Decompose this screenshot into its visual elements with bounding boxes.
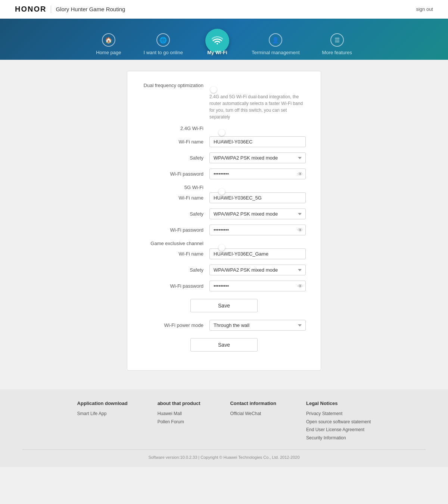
- wifi-24g-row: 2.4G Wi-Fi: [142, 126, 306, 131]
- wifi-24g-name-input[interactable]: [209, 136, 306, 147]
- footer-link-opensource[interactable]: Open source software statement: [306, 418, 371, 426]
- wifi-24g-eye-icon[interactable]: 👁: [298, 171, 303, 177]
- wifi-24g-password-wrapper: 👁: [209, 168, 306, 179]
- footer-col-product-heading: about that product: [158, 401, 200, 406]
- wifi-5g-password-control: 👁: [209, 225, 306, 235]
- nav-item-wifi[interactable]: My Wi-Fi: [194, 24, 240, 60]
- game-password-wrapper: 👁: [209, 281, 306, 291]
- wifi-5g-name-label: Wi-Fi name: [142, 195, 209, 201]
- game-password-control: 👁: [209, 281, 306, 291]
- footer-link-smart-life[interactable]: Smart Life App: [77, 410, 128, 418]
- footer-links: Application download Smart Life App abou…: [22, 401, 426, 442]
- footer-link-security[interactable]: Security Information: [306, 434, 371, 442]
- game-password-input[interactable]: [209, 281, 306, 291]
- online-icon: 🌐: [156, 33, 170, 47]
- wifi-5g-safety-row: Safety WPA/WPA2 PSK mixed mode WPA2 PSK …: [142, 208, 306, 219]
- nav-items-container: 🏠 Home page 🌐 I want to go online My Wi-…: [85, 24, 363, 60]
- footer-link-pollen-forum[interactable]: Pollen Forum: [158, 418, 200, 426]
- game-password-label: Wi-Fi password: [142, 283, 209, 289]
- save-button-2[interactable]: Save: [190, 338, 258, 352]
- wifi-5g-row: 5G Wi-Fi: [142, 185, 306, 190]
- page-footer: Application download Smart Life App abou…: [0, 389, 448, 467]
- dual-freq-label: Dual frequency optimization: [142, 83, 209, 88]
- power-mode-row: Wi-Fi power mode Through the wall Standa…: [142, 320, 306, 331]
- wifi-5g-eye-icon[interactable]: 👁: [298, 227, 303, 233]
- wifi-24g-password-input[interactable]: [209, 168, 306, 179]
- footer-col-download-heading: Application download: [77, 401, 128, 406]
- power-mode-label: Wi-Fi power mode: [142, 322, 209, 328]
- product-name: Glory Hunter Game Routing: [56, 6, 125, 12]
- wifi-24g-password-row: Wi-Fi password 👁: [142, 168, 306, 179]
- main-content: Dual frequency optimization 2.4G and 5G …: [0, 60, 448, 382]
- header-divider: [51, 6, 51, 13]
- wifi-24g-name-control: [209, 136, 306, 147]
- nav-item-home[interactable]: 🏠 Home page: [85, 29, 132, 60]
- game-safety-label: Safety: [142, 267, 209, 273]
- wifi-24g-safety-select[interactable]: WPA/WPA2 PSK mixed mode WPA2 PSK None: [209, 152, 306, 163]
- wifi-5g-password-label: Wi-Fi password: [142, 227, 209, 233]
- copyright-text: Software version:10.0.2.33 | Copyright ©…: [148, 455, 299, 460]
- sign-out-link[interactable]: sign out: [416, 6, 433, 12]
- footer-col-contact-heading: Contact information: [230, 401, 276, 406]
- wifi-24g-thumb: [218, 129, 225, 136]
- nav-label-terminal: Terminal management: [252, 50, 300, 55]
- power-mode-control: Through the wall Standard Energy saving: [209, 320, 306, 331]
- footer-link-wechat[interactable]: Official WeChat: [230, 410, 276, 418]
- game-password-row: Wi-Fi password 👁: [142, 281, 306, 291]
- wifi-5g-thumb: [218, 188, 225, 195]
- footer-copyright: Software version:10.0.2.33 | Copyright ©…: [22, 449, 426, 460]
- game-name-label: Wi-Fi name: [142, 251, 209, 257]
- game-safety-control: WPA/WPA2 PSK mixed mode WPA2 PSK None: [209, 265, 306, 275]
- app-header: HONOR Glory Hunter Game Routing sign out: [0, 0, 448, 19]
- nav-label-more: More features: [322, 50, 352, 55]
- footer-col-legal-heading: Legal Notices: [306, 401, 371, 406]
- game-channel-label: Game exclusive channel: [142, 241, 209, 246]
- nav-label-online: I want to go online: [143, 50, 183, 55]
- footer-col-product: about that product Huawei Mall Pollen Fo…: [158, 401, 200, 442]
- nav-item-more[interactable]: ☰ More features: [311, 29, 363, 60]
- wifi-24g-label: 2.4G Wi-Fi: [142, 126, 209, 131]
- settings-card: Dual frequency optimization 2.4G and 5G …: [127, 71, 321, 371]
- brand-area: HONOR Glory Hunter Game Routing: [15, 5, 125, 13]
- wifi-5g-safety-control: WPA/WPA2 PSK mixed mode WPA2 PSK None: [209, 208, 306, 219]
- wifi-24g-safety-label: Safety: [142, 155, 209, 161]
- nav-item-terminal[interactable]: 👤 Terminal management: [240, 29, 311, 60]
- game-channel-thumb: [218, 244, 225, 251]
- footer-link-eula[interactable]: End User License Agreement: [306, 426, 371, 434]
- game-eye-icon[interactable]: 👁: [298, 283, 303, 289]
- footer-link-privacy[interactable]: Privacy Statement: [306, 410, 371, 418]
- save-button-1[interactable]: Save: [190, 299, 258, 312]
- wifi-24g-safety-row: Safety WPA/WPA2 PSK mixed mode WPA2 PSK …: [142, 152, 306, 163]
- terminal-icon: 👤: [269, 33, 282, 47]
- wifi-5g-password-row: Wi-Fi password 👁: [142, 225, 306, 235]
- wifi-24g-name-label: Wi-Fi name: [142, 139, 209, 145]
- nav-item-online[interactable]: 🌐 I want to go online: [132, 29, 194, 60]
- footer-col-contact: Contact information Official WeChat: [230, 401, 276, 442]
- more-icon: ☰: [330, 33, 344, 47]
- game-safety-select[interactable]: WPA/WPA2 PSK mixed mode WPA2 PSK None: [209, 265, 306, 275]
- dual-freq-thumb: [210, 86, 217, 93]
- wifi-5g-password-input[interactable]: [209, 225, 306, 235]
- wifi-24g-safety-control: WPA/WPA2 PSK mixed mode WPA2 PSK None: [209, 152, 306, 163]
- dual-freq-row: Dual frequency optimization: [142, 83, 306, 88]
- nav-label-wifi: My Wi-Fi: [207, 50, 227, 55]
- brand-name: HONOR: [15, 5, 46, 13]
- wifi-24g-password-label: Wi-Fi password: [142, 171, 209, 177]
- wifi-5g-safety-select[interactable]: WPA/WPA2 PSK mixed mode WPA2 PSK None: [209, 208, 306, 219]
- game-safety-row: Safety WPA/WPA2 PSK mixed mode WPA2 PSK …: [142, 265, 306, 275]
- footer-col-download: Application download Smart Life App: [77, 401, 128, 442]
- main-nav: 🏠 Home page 🌐 I want to go online My Wi-…: [0, 19, 448, 60]
- wifi-24g-password-control: 👁: [209, 168, 306, 179]
- footer-col-legal: Legal Notices Privacy Statement Open sou…: [306, 401, 371, 442]
- power-mode-select[interactable]: Through the wall Standard Energy saving: [209, 320, 306, 331]
- dual-freq-desc: 2.4G and 5G Wi-Fi dual-band integration,…: [209, 93, 306, 120]
- game-channel-row: Game exclusive channel: [142, 241, 306, 246]
- wifi-5g-safety-label: Safety: [142, 211, 209, 217]
- wifi-24g-name-row: Wi-Fi name: [142, 136, 306, 147]
- wifi-icon: [205, 29, 229, 53]
- wifi-5g-password-wrapper: 👁: [209, 225, 306, 235]
- footer-link-huawei-mall[interactable]: Huawei Mall: [158, 410, 200, 418]
- nav-label-home: Home page: [96, 50, 121, 55]
- home-icon: 🏠: [102, 33, 115, 47]
- wifi-5g-label: 5G Wi-Fi: [142, 185, 209, 190]
